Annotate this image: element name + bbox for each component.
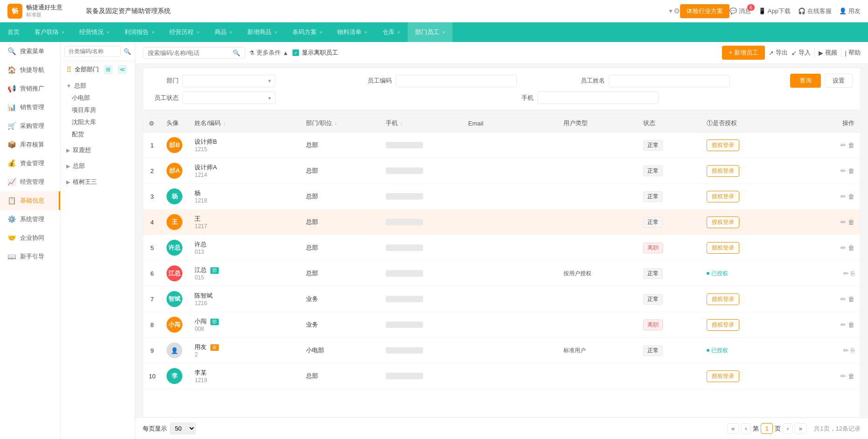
delete-icon[interactable]: 🗑 xyxy=(848,193,854,200)
close-barcode-tab[interactable]: × xyxy=(319,29,322,35)
close-customer-tab[interactable]: × xyxy=(62,29,64,35)
delete-icon[interactable]: 🗑 xyxy=(848,295,854,303)
close-warehouse-tab[interactable]: × xyxy=(397,29,400,35)
close-dept-tab[interactable]: × xyxy=(442,29,445,35)
edit-icon[interactable]: ✏ xyxy=(840,141,846,149)
gear-icon[interactable]: ⚙ xyxy=(674,7,680,15)
dept-collapse-btn[interactable]: ⊞ xyxy=(104,65,113,74)
edit-icon[interactable]: ✏ xyxy=(840,193,846,200)
sidebar-item-collab[interactable]: 🤝 企业协同 xyxy=(0,229,60,247)
col-dept[interactable]: 部门/职位 ↕ xyxy=(300,114,380,132)
online-service-button[interactable]: 🎧 在线客服 xyxy=(798,7,832,15)
sidebar-item-purchase[interactable]: 🛒 采购管理 xyxy=(0,117,60,135)
dept-group-zb-label[interactable]: ▶ 总部 xyxy=(61,160,135,172)
edit-icon[interactable]: ✏ xyxy=(840,244,846,251)
close-operation-tab[interactable]: × xyxy=(106,29,109,35)
tab-operation[interactable]: 经营情况× xyxy=(72,22,117,42)
phone-input[interactable] xyxy=(537,91,659,104)
dept-group-zswz-label[interactable]: ▶ 植树王三 xyxy=(61,176,135,188)
page-size-select[interactable]: 50 100 xyxy=(170,423,196,434)
col-settings[interactable]: ⚙ xyxy=(143,114,161,132)
dept-expand-btn[interactable]: ≪ xyxy=(118,65,127,74)
dept-group-slx-label[interactable]: ▶ 双鹿想 xyxy=(61,144,135,156)
delete-icon[interactable]: 🗑 xyxy=(848,141,854,149)
auth-login-btn[interactable]: 授权登录 xyxy=(707,191,739,202)
close-goods-tab[interactable]: × xyxy=(229,29,232,35)
tab-profit[interactable]: 利润报告× xyxy=(117,22,162,42)
copy-icon[interactable]: ⎘ xyxy=(851,270,854,277)
resign-checkbox[interactable]: ✓ xyxy=(292,49,299,56)
first-page-btn[interactable]: « xyxy=(727,423,739,434)
delete-icon[interactable]: 🗑 xyxy=(848,218,854,226)
edit-icon[interactable]: ✏ xyxy=(840,295,846,303)
app-download-button[interactable]: 📱 App下载 xyxy=(758,7,791,15)
view-button[interactable]: ▶ 视频 xyxy=(819,49,837,57)
auth-login-btn[interactable]: 授权登录 xyxy=(707,242,739,254)
tab-home[interactable]: 首页 xyxy=(0,22,27,42)
sidebar-item-basic[interactable]: 📋 基础信息 xyxy=(0,191,60,210)
dept-search-icon[interactable]: 🔍 xyxy=(124,48,131,55)
tab-bom[interactable]: 物料清单× xyxy=(330,22,375,42)
tab-goods[interactable]: 商品× xyxy=(207,22,240,42)
tab-new-goods[interactable]: 新增商品× xyxy=(240,22,285,42)
dept-search-input[interactable] xyxy=(64,46,121,57)
tab-department[interactable]: 部门员工× xyxy=(408,22,452,42)
trial-button[interactable]: 体验行业方案 xyxy=(680,4,729,18)
sidebar-item-guide[interactable]: 📖 新手引导 xyxy=(0,247,60,266)
emp-code-input[interactable] xyxy=(396,75,517,87)
dept-child-xdp[interactable]: 小电部 xyxy=(61,92,135,104)
emp-name-input[interactable] xyxy=(609,75,730,87)
prev-page-btn[interactable]: ‹ xyxy=(741,423,751,434)
dept-child-xmkf[interactable]: 项目库房 xyxy=(61,104,135,116)
sidebar-item-inventory[interactable]: 📦 库存核算 xyxy=(0,135,60,154)
help-button[interactable]: | 帮助 xyxy=(845,49,861,57)
delete-icon[interactable]: 🗑 xyxy=(848,244,854,251)
system-title-dropdown[interactable]: ▼ xyxy=(668,8,674,14)
search-icon[interactable]: 🔍 xyxy=(233,49,240,56)
user-menu-button[interactable]: 👤 用友 xyxy=(839,7,861,15)
copy-icon[interactable]: ⎘ xyxy=(851,347,854,354)
auth-login-btn[interactable]: 授权登录 xyxy=(707,216,739,228)
status-select[interactable] xyxy=(182,91,276,104)
more-filter-btn[interactable]: ⚗ 更多条件 ▲ xyxy=(249,49,289,57)
set-button[interactable]: 设置 xyxy=(825,74,853,88)
add-employee-button[interactable]: + 新增员工 xyxy=(722,46,764,60)
close-history-tab[interactable]: × xyxy=(196,29,199,35)
dept-child-ph[interactable]: 配货 xyxy=(61,128,135,140)
sidebar-item-sales[interactable]: 📊 销售管理 xyxy=(0,98,60,117)
sidebar-item-system[interactable]: ⚙️ 系统管理 xyxy=(0,210,60,229)
show-resign-toggle[interactable]: ✓ 显示离职员工 xyxy=(292,49,338,57)
sidebar-item-management[interactable]: 📈 经营管理 xyxy=(0,173,60,191)
edit-icon[interactable]: ✏ xyxy=(840,167,846,174)
employee-search-input[interactable] xyxy=(148,49,230,56)
dept-all-header[interactable]: ⠿ 全部部门 ⊞ ≪ xyxy=(61,61,135,78)
dept-group-head-label[interactable]: ▼ 总部 xyxy=(61,80,135,92)
sidebar-item-home[interactable]: 🏠 快捷导航 xyxy=(0,61,60,79)
delete-icon[interactable]: 🗑 xyxy=(848,321,854,328)
close-bom-tab[interactable]: × xyxy=(364,29,367,35)
tab-warehouse[interactable]: 仓库× xyxy=(375,22,408,42)
edit-icon[interactable]: ✏ xyxy=(840,372,846,380)
tab-history[interactable]: 经营历程× xyxy=(162,22,207,42)
sidebar-item-finance[interactable]: 💰 资金管理 xyxy=(0,154,60,173)
edit-icon[interactable]: ✏ xyxy=(843,270,849,277)
import-button[interactable]: ↙ 导入 xyxy=(792,49,811,57)
sidebar-item-marketing[interactable]: 📢 营销推广 xyxy=(0,79,60,98)
col-phone[interactable]: 手机 ↕ xyxy=(380,114,463,132)
close-profit-tab[interactable]: × xyxy=(152,29,154,35)
tab-customer[interactable]: 客户联络× xyxy=(27,22,72,42)
delete-icon[interactable]: 🗑 xyxy=(848,372,854,380)
export-button[interactable]: ↗ 导出 xyxy=(769,49,788,57)
tab-barcode[interactable]: 条码方案× xyxy=(285,22,330,42)
next-page-btn[interactable]: › xyxy=(783,423,793,434)
auth-login-btn[interactable]: 授权登录 xyxy=(707,370,739,382)
auth-login-btn[interactable]: 授权登录 xyxy=(707,319,739,331)
message-button[interactable]: 💬 消息 6 xyxy=(729,7,751,15)
auth-login-btn[interactable]: 授权登录 xyxy=(707,165,739,177)
last-page-btn[interactable]: » xyxy=(795,423,806,434)
delete-icon[interactable]: 🗑 xyxy=(848,167,854,174)
sidebar-item-search[interactable]: 🔍 搜索菜单 xyxy=(0,42,60,61)
edit-icon[interactable]: ✏ xyxy=(843,347,849,354)
auth-login-btn[interactable]: 授权登录 xyxy=(707,139,739,151)
dept-select[interactable] xyxy=(182,75,276,87)
